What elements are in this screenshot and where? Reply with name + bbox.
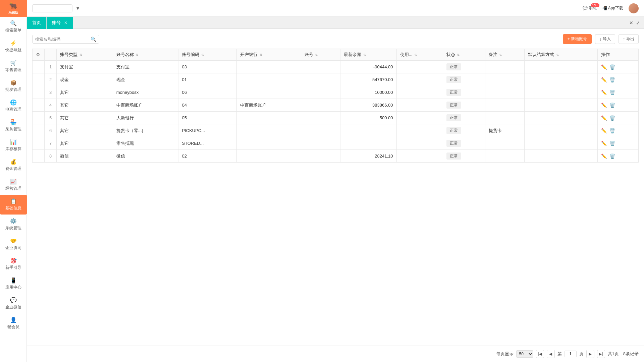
col-code-sort-icon[interactable]: ⇅ bbox=[201, 53, 204, 57]
sidebar: 🐂 乐账版 🔍 搜索菜单 ⚡ 快捷导航 🛒 零售管理 📦 批发管理 🌐 电商管理… bbox=[0, 0, 27, 362]
last-page-button[interactable]: ▶| bbox=[597, 350, 605, 358]
row-remark bbox=[485, 137, 524, 150]
row-remark bbox=[485, 61, 524, 73]
sidebar-item-basic-info[interactable]: 📋 基础信息 bbox=[0, 195, 27, 215]
row-status: 正常 bbox=[443, 73, 485, 86]
delete-icon[interactable]: 🗑️ bbox=[609, 64, 615, 70]
row-account bbox=[301, 73, 340, 86]
edit-icon[interactable]: ✏️ bbox=[601, 64, 607, 70]
row-code: STORED... bbox=[178, 137, 236, 150]
row-settings-col bbox=[33, 124, 45, 137]
app-download-button[interactable]: 📲 App下载 bbox=[602, 5, 623, 11]
col-usage[interactable]: 使用... ⇅ bbox=[396, 49, 443, 61]
sidebar-item-newbie-guide[interactable]: 🎯 新手引导 bbox=[0, 254, 27, 274]
sidebar-item-purchase-mgmt[interactable]: 🏪 采购管理 bbox=[0, 116, 27, 135]
edit-icon[interactable]: ✏️ bbox=[601, 77, 607, 82]
col-remark-sort-icon[interactable]: ⇅ bbox=[499, 53, 502, 57]
member-icon: 👤 bbox=[10, 317, 17, 323]
row-remark bbox=[485, 99, 524, 112]
status-badge: 正常 bbox=[446, 114, 461, 121]
sidebar-item-operation-mgmt[interactable]: 📈 经营管理 bbox=[0, 175, 27, 195]
delete-icon[interactable]: 🗑️ bbox=[609, 154, 615, 159]
sidebar-item-inventory[interactable]: 📊 库存核算 bbox=[0, 135, 27, 155]
sidebar-item-search-menu[interactable]: 🔍 搜索菜单 bbox=[0, 17, 27, 37]
search-icon[interactable]: 🔍 bbox=[91, 37, 96, 42]
sidebar-item-enterprise-agreement[interactable]: 🤝 企业协同 bbox=[0, 234, 27, 254]
tab-account[interactable]: 账号 ✕ bbox=[47, 17, 73, 29]
purchase-mgmt-icon: 🏪 bbox=[10, 119, 17, 125]
delete-icon[interactable]: 🗑️ bbox=[609, 128, 615, 133]
col-usage-sort-icon[interactable]: ⇅ bbox=[414, 53, 417, 57]
col-default-settlement[interactable]: 默认结算方式 ⇅ bbox=[524, 49, 597, 61]
avatar[interactable] bbox=[629, 3, 639, 13]
edit-icon[interactable]: ✏️ bbox=[601, 141, 607, 146]
col-default-settlement-sort-icon[interactable]: ⇅ bbox=[556, 53, 559, 57]
search-input[interactable] bbox=[35, 37, 91, 42]
col-account[interactable]: 账号 ⇅ bbox=[301, 49, 340, 61]
sidebar-item-wholesale-mgmt[interactable]: 📦 批发管理 bbox=[0, 76, 27, 96]
col-bank-sort-icon[interactable]: ⇅ bbox=[260, 53, 262, 57]
col-settings: ⚙ bbox=[33, 49, 45, 61]
col-balance-sort-icon[interactable]: ⇅ bbox=[363, 53, 366, 57]
toolbar: 🔍 + 新增账号 ↓ 导入 ↑ 导出 bbox=[32, 34, 639, 44]
col-bank-label: 开户银行 bbox=[240, 52, 258, 57]
tab-maximize-button[interactable]: ⤢ bbox=[636, 20, 640, 25]
col-account-sort-icon[interactable]: ⇅ bbox=[315, 53, 318, 57]
col-type-sort-icon[interactable]: ⇅ bbox=[79, 53, 82, 57]
sidebar-item-retail-mgmt[interactable]: 🛒 零售管理 bbox=[0, 56, 27, 76]
sidebar-item-system-mgmt[interactable]: ⚙️ 系统管理 bbox=[0, 215, 27, 234]
edit-icon[interactable]: ✏️ bbox=[601, 90, 607, 95]
export-button[interactable]: ↑ 导出 bbox=[619, 34, 639, 44]
page-size-select[interactable]: 50 100 bbox=[516, 350, 533, 358]
tab-home[interactable]: 首页 bbox=[27, 17, 47, 29]
global-search-input[interactable] bbox=[32, 4, 72, 12]
pagination: 每页显示 50 100 |◀ ◀ 第 页 ▶ ▶| 共1页，8条记录 bbox=[27, 346, 644, 362]
row-remark: 提货卡 bbox=[485, 124, 524, 137]
col-code[interactable]: 账号编码 ⇅ bbox=[178, 49, 236, 61]
sidebar-item-label: 经营管理 bbox=[5, 186, 21, 191]
row-account bbox=[301, 137, 340, 150]
settings-gear-icon[interactable]: ⚙ bbox=[36, 52, 40, 57]
tab-close-button[interactable]: ✕ bbox=[629, 20, 633, 25]
edit-icon[interactable]: ✏️ bbox=[601, 128, 607, 133]
edit-icon[interactable]: ✏️ bbox=[601, 103, 607, 108]
col-type[interactable]: 账号类型 ⇅ bbox=[57, 49, 113, 61]
sidebar-item-app-center[interactable]: 📱 应用中心 bbox=[0, 274, 27, 294]
delete-icon[interactable]: 🗑️ bbox=[609, 103, 615, 108]
col-name-sort-icon[interactable]: ⇅ bbox=[136, 53, 138, 57]
edit-icon[interactable]: ✏️ bbox=[601, 154, 607, 159]
tab-close-icon[interactable]: ✕ bbox=[64, 20, 67, 25]
sidebar-item-member[interactable]: 👤 畅会员 bbox=[0, 313, 27, 333]
col-balance[interactable]: 最新余额 ⇅ bbox=[340, 49, 396, 61]
message-button[interactable]: 💬 99+ 消息 bbox=[583, 5, 597, 11]
import-button[interactable]: ↓ 导入 bbox=[595, 34, 615, 44]
delete-icon[interactable]: 🗑️ bbox=[609, 141, 615, 146]
toolbar-right: + 新增账号 ↓ 导入 ↑ 导出 bbox=[563, 34, 639, 44]
col-bank[interactable]: 开户银行 ⇅ bbox=[236, 49, 301, 61]
sidebar-item-enterprise-wechat[interactable]: 💬 企业微信 bbox=[0, 294, 27, 313]
prev-page-button[interactable]: ◀ bbox=[547, 350, 555, 358]
sidebar-item-label: 应用中心 bbox=[5, 285, 21, 290]
add-account-button[interactable]: + 新增账号 bbox=[563, 34, 592, 44]
sidebar-item-quick-nav[interactable]: ⚡ 快捷导航 bbox=[0, 37, 27, 56]
sidebar-item-finance-mgmt[interactable]: 💰 资金管理 bbox=[0, 155, 27, 175]
first-page-button[interactable]: |◀ bbox=[536, 350, 544, 358]
delete-icon[interactable]: 🗑️ bbox=[609, 77, 615, 82]
sidebar-item-label: 零售管理 bbox=[5, 67, 21, 73]
dropdown-button[interactable]: ▾ bbox=[76, 5, 79, 11]
delete-icon[interactable]: 🗑️ bbox=[609, 115, 615, 121]
row-settings-col bbox=[33, 112, 45, 124]
sidebar-item-ecom-mgmt[interactable]: 🌐 电商管理 bbox=[0, 96, 27, 116]
edit-icon[interactable]: ✏️ bbox=[601, 115, 607, 121]
sidebar-item-label: 采购管理 bbox=[5, 126, 21, 132]
row-balance: 500.00 bbox=[340, 112, 396, 124]
col-remark[interactable]: 备注 ⇅ bbox=[485, 49, 524, 61]
col-status[interactable]: 状态 ⇅ bbox=[443, 49, 485, 61]
delete-icon[interactable]: 🗑️ bbox=[609, 90, 615, 95]
col-name[interactable]: 账号名称 ⇅ bbox=[113, 49, 178, 61]
page-number-input[interactable] bbox=[565, 351, 577, 357]
row-balance: 383866.00 bbox=[340, 99, 396, 112]
row-action: ✏️ 🗑️ bbox=[597, 137, 638, 150]
col-status-sort-icon[interactable]: ⇅ bbox=[457, 53, 460, 57]
next-page-button[interactable]: ▶ bbox=[586, 350, 594, 358]
